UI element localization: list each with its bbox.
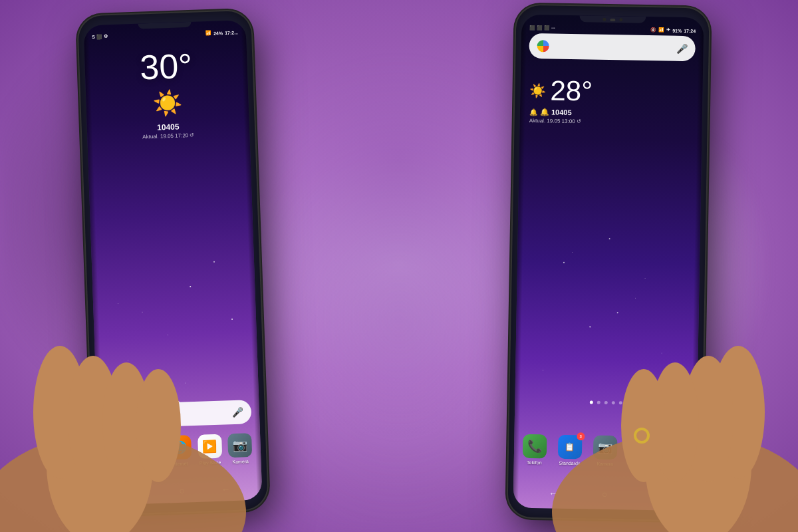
hand-left	[0, 279, 279, 532]
search-empty-right	[555, 47, 676, 49]
svg-point-5	[136, 369, 181, 482]
temperature-left: 30°	[99, 47, 233, 86]
signal-right: 📶	[658, 27, 664, 33]
status-right-info: 📶 24% 17:2...	[205, 29, 238, 36]
weather-widget-left: 30° ☀️ 10405 Aktual. 19.05 17:20 ↺	[99, 47, 235, 142]
notification-icons: ⬛ ⬛ ⬛ ···	[529, 25, 555, 31]
mute-icon: 🔇	[650, 27, 656, 33]
time-right: 17:24	[684, 28, 696, 33]
sun-icon-left: ☀️	[100, 87, 234, 120]
airplane-icon: ✈	[666, 27, 670, 33]
battery-text: 24%	[213, 31, 223, 35]
sun-icon-right: ☀️	[529, 82, 546, 98]
mic-icon-right[interactable]: 🎤	[676, 43, 688, 54]
svg-point-11	[621, 369, 666, 482]
signal-icon: 📶	[205, 31, 211, 36]
status-s-icon: S ⬛ ⚙	[92, 34, 108, 40]
battery-right: 91%	[672, 28, 682, 33]
status-right-left-icons: ⬛ ⬛ ⬛ ···	[529, 25, 555, 31]
hand-right	[539, 279, 798, 532]
notch-sensors	[602, 18, 622, 22]
status-right-right-info: 🔇 📶 ✈ 91% 17:24	[650, 27, 696, 33]
temperature-right: 28°	[550, 74, 593, 107]
weather-widget-right: ☀️ 28° 🔔 🔔 10405 Aktual. 19.05 13:00 ↺	[529, 74, 694, 126]
google-logo-right	[537, 40, 549, 52]
time-left: 17:2...	[225, 30, 238, 35]
weather-right-row: ☀️ 28°	[529, 74, 694, 109]
top-search-bar-right[interactable]: 🎤	[529, 33, 696, 61]
status-left-icons: S ⬛ ⚙	[92, 34, 108, 40]
